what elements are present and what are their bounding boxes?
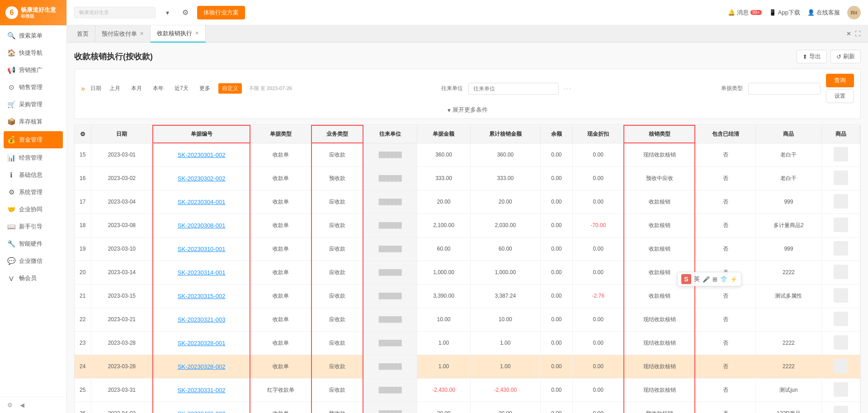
table-settings-icon[interactable]: ⚙ bbox=[80, 131, 85, 138]
customer-service-btn[interactable]: 👤 在线客服 bbox=[807, 9, 840, 17]
cell-balance: 0.00 bbox=[540, 378, 572, 402]
service-icon: 👤 bbox=[807, 9, 815, 16]
cell-goods: 2222 bbox=[756, 331, 822, 355]
cell-bill-no[interactable]: SK-20230310-001 bbox=[153, 237, 250, 261]
cell-cancel-type: 现结收款核销 bbox=[624, 331, 695, 355]
cell-bill-no[interactable]: SK-20230302-002 bbox=[153, 166, 250, 190]
date-last-month[interactable]: 上月 bbox=[107, 83, 123, 94]
page-header: 收款核销执行(按收款) ⬆ 导出 ↺ 刷新 bbox=[74, 50, 861, 63]
cell-bill-type: 收款单 bbox=[250, 355, 311, 378]
cell-bill-no[interactable]: SK-20230308-001 bbox=[153, 214, 250, 237]
cell-bill-no[interactable]: SK-20230331-002 bbox=[153, 378, 250, 402]
cell-include-settled: 否 bbox=[695, 378, 756, 402]
sidebar-item-marketing[interactable]: 📢 营销推广 bbox=[0, 62, 66, 79]
cell-balance: 0.00 bbox=[540, 190, 572, 214]
date-this-year[interactable]: 本年 bbox=[150, 83, 166, 94]
tab-home[interactable]: 首页 bbox=[71, 25, 95, 43]
sidebar-item-sys-mgmt[interactable]: ⚙ 系统管理 bbox=[0, 184, 66, 201]
bill-no-link[interactable]: SK-20230302-002 bbox=[178, 175, 226, 182]
date-custom-btn[interactable]: 自定义 bbox=[218, 83, 242, 94]
cell-bill-no[interactable]: SK-20230304-001 bbox=[153, 190, 250, 214]
user-avatar[interactable]: Rit bbox=[847, 6, 861, 19]
sidebar-item-fund[interactable]: 💰 资金管理 bbox=[4, 131, 63, 148]
bill-no-link[interactable]: SK-20230328-001 bbox=[178, 340, 226, 347]
bill-no-link[interactable]: SK-20230403-002 bbox=[178, 410, 226, 413]
cell-balance: 0.00 bbox=[540, 237, 572, 261]
cell-bill-no[interactable]: SK-20230315-002 bbox=[153, 284, 250, 308]
cell-acc-cancel: 1.00 bbox=[470, 331, 540, 355]
bill-no-link[interactable]: SK-20230308-001 bbox=[178, 222, 226, 229]
bill-no-link[interactable]: SK-20230315-002 bbox=[178, 293, 226, 299]
main-area: 畅康道好生意 ▾ ⚙ 体验行业方案 🔔 消息 99+ 📱 App下载 👤 在线客… bbox=[67, 0, 868, 413]
filter-collapse-icon[interactable]: » bbox=[81, 85, 85, 93]
sidebar-item-ops[interactable]: 📊 经营管理 bbox=[0, 149, 66, 166]
tab-close-all-icon[interactable]: ✕ bbox=[846, 30, 851, 37]
data-table-container: ⚙ 日期 单据编号 单据类型 业务类型 往来单位 单据金额 累计核销金额 余额 … bbox=[74, 124, 861, 413]
cell-bill-no[interactable]: SK-20230314-001 bbox=[153, 261, 250, 284]
notification-icon: 🔔 bbox=[728, 9, 735, 16]
bill-no-link[interactable]: SK-20230321-003 bbox=[178, 316, 226, 323]
cell-biz-type: 应收款 bbox=[311, 261, 363, 284]
refresh-button[interactable]: ↺ 刷新 bbox=[830, 50, 861, 63]
tab-pre-payment-close[interactable]: ✕ bbox=[140, 31, 144, 37]
query-button[interactable]: 查询 bbox=[826, 74, 854, 87]
topbar-dropdown-icon[interactable]: ▾ bbox=[161, 6, 174, 19]
sidebar-item-purchase[interactable]: 🛒 采购管理 bbox=[0, 96, 66, 113]
cell-date: 2023-03-31 bbox=[91, 378, 153, 402]
filter-bar: » 日期 上月 本月 本年 近7天 更多 自定义 不限 至 2023-07-26… bbox=[74, 69, 861, 119]
sidebar-item-guide[interactable]: 📖 新手引导 bbox=[0, 218, 66, 235]
cell-date: 2023-03-28 bbox=[91, 331, 153, 355]
tab-collection-exec-close[interactable]: ✕ bbox=[195, 30, 199, 36]
bill-no-link[interactable]: SK-20230301-002 bbox=[178, 152, 226, 158]
sidebar-settings-icon[interactable]: ⚙ bbox=[7, 402, 13, 408]
date-last-7-days[interactable]: 近7天 bbox=[172, 83, 191, 94]
export-button[interactable]: ⬆ 导出 bbox=[797, 50, 827, 63]
settings-button[interactable]: 设置 bbox=[826, 89, 854, 103]
bill-type-select[interactable] bbox=[748, 83, 821, 95]
sidebar-item-sales[interactable]: ⊙ 销售管理 bbox=[0, 79, 66, 96]
sidebar-item-wechat-work[interactable]: 💬 企业微信 bbox=[0, 252, 66, 270]
sidebar-item-inventory[interactable]: 📦 库存核算 bbox=[0, 113, 66, 130]
expand-more-btn[interactable]: ▾ 展开更多条件 bbox=[81, 106, 854, 114]
col-settings[interactable]: ⚙ bbox=[75, 125, 91, 143]
cell-balance: 0.00 bbox=[540, 214, 572, 237]
date-more[interactable]: 更多 bbox=[197, 83, 213, 94]
search-menu-icon: 🔍 bbox=[7, 32, 15, 40]
bill-no-link[interactable]: SK-20230314-001 bbox=[178, 269, 226, 276]
cell-bill-no[interactable]: SK-20230321-003 bbox=[153, 308, 250, 331]
cell-bill-no[interactable]: SK-20230403-002 bbox=[153, 402, 250, 413]
filter-row-1: » 日期 上月 本月 本年 近7天 更多 自定义 不限 至 2023-07-26… bbox=[81, 74, 854, 103]
date-this-month[interactable]: 本月 bbox=[128, 83, 145, 94]
tab-expand-icon[interactable]: ⛶ bbox=[855, 30, 861, 37]
cell-cancel-type: 收款核销 bbox=[624, 190, 695, 214]
notification-label: 消息 bbox=[737, 9, 749, 17]
sidebar-item-corp-collab[interactable]: 🤝 企业协同 bbox=[0, 201, 66, 218]
partner-input[interactable] bbox=[468, 83, 559, 95]
bill-no-link[interactable]: SK-20230304-001 bbox=[178, 199, 226, 205]
cell-no: 23 bbox=[75, 331, 91, 355]
cell-balance: 0.00 bbox=[540, 284, 572, 308]
cell-bill-no[interactable]: SK-20230301-002 bbox=[153, 143, 250, 166]
cell-cash-discount: 0.00 bbox=[572, 261, 624, 284]
cell-goods bbox=[756, 308, 822, 331]
cell-bill-no[interactable]: SK-20230328-001 bbox=[153, 331, 250, 355]
trial-button[interactable]: 体验行业方案 bbox=[197, 6, 245, 19]
tab-pre-payment[interactable]: 预付应收付单 ✕ bbox=[95, 25, 151, 43]
topbar-gear-icon[interactable]: ⚙ bbox=[179, 6, 192, 19]
bill-no-link[interactable]: SK-20230331-002 bbox=[178, 387, 226, 394]
sidebar-item-quick-nav[interactable]: 🏠 快捷导航 bbox=[0, 44, 66, 62]
sidebar-item-basic-info[interactable]: ℹ 基础信息 bbox=[0, 166, 66, 184]
sidebar-collapse-icon[interactable]: ◀ bbox=[20, 402, 24, 408]
bill-no-link[interactable]: SK-20230328-002 bbox=[178, 363, 226, 370]
sidebar-item-vip[interactable]: V 畅会员 bbox=[0, 270, 66, 287]
cell-bill-no[interactable]: SK-20230328-002 bbox=[153, 355, 250, 378]
bill-no-link[interactable]: SK-20230310-001 bbox=[178, 246, 226, 252]
sidebar-item-smart-hw[interactable]: 🔧 智能硬件 bbox=[0, 235, 66, 252]
sidebar-item-search-menu[interactable]: 🔍 搜索菜单 bbox=[0, 27, 66, 44]
notification-btn[interactable]: 🔔 消息 99+ bbox=[728, 9, 762, 17]
tab-collection-exec[interactable]: 收款核销执行 ✕ bbox=[151, 25, 206, 43]
cell-biz-type: 应收款 bbox=[311, 214, 363, 237]
cell-cancel-type: 现结收款核销 bbox=[624, 308, 695, 331]
cell-partner: ██████ bbox=[363, 378, 417, 402]
app-download-btn[interactable]: 📱 App下载 bbox=[769, 9, 800, 17]
